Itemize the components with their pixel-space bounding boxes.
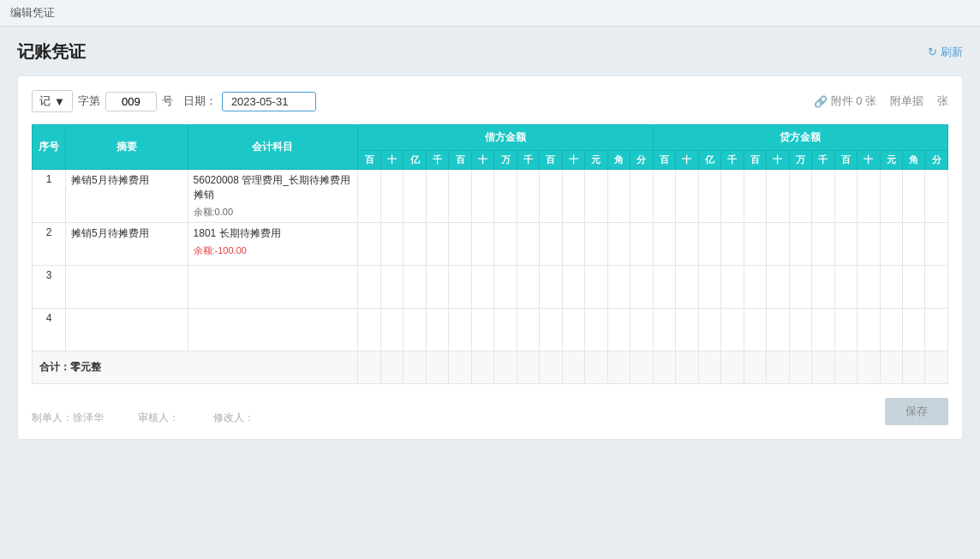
row-2-credit-0[interactable] bbox=[653, 266, 675, 309]
row-0-debit-8[interactable] bbox=[540, 170, 562, 223]
row-1-debit-9[interactable] bbox=[562, 223, 584, 266]
row-1-debit-6[interactable] bbox=[494, 223, 517, 266]
row-3-debit-9[interactable] bbox=[562, 309, 584, 352]
row-2-debit-4[interactable] bbox=[449, 266, 471, 309]
row-3-debit-8[interactable] bbox=[540, 309, 562, 352]
row-0-debit-9[interactable] bbox=[562, 170, 584, 223]
row-1-credit-11[interactable] bbox=[903, 223, 925, 266]
row-3-debit-10[interactable] bbox=[585, 309, 607, 352]
row-3-debit-0[interactable] bbox=[358, 309, 380, 352]
row-1-debit-2[interactable] bbox=[403, 223, 426, 266]
row-3-credit-6[interactable] bbox=[789, 309, 811, 352]
row-1-credit-7[interactable] bbox=[812, 223, 834, 266]
ji-select[interactable]: 记 ▼ bbox=[32, 90, 73, 112]
row-1-debit-5[interactable] bbox=[471, 223, 493, 266]
row-0-debit-0[interactable] bbox=[358, 170, 380, 223]
row-2-credit-8[interactable] bbox=[834, 266, 857, 309]
row-3-debit-4[interactable] bbox=[449, 309, 471, 352]
row-1-debit-3[interactable] bbox=[426, 223, 448, 266]
row-1-credit-4[interactable] bbox=[744, 223, 766, 266]
row-1-credit-10[interactable] bbox=[880, 223, 902, 266]
row-1-account[interactable]: 1801 长期待摊费用余额:-100.00 bbox=[188, 223, 358, 266]
row-0-credit-9[interactable] bbox=[858, 170, 880, 223]
row-0-summary[interactable]: 摊销5月待摊费用 bbox=[66, 170, 188, 223]
row-3-debit-2[interactable] bbox=[403, 309, 426, 352]
row-1-debit-4[interactable] bbox=[449, 223, 471, 266]
row-0-account[interactable]: 56020008 管理费用_长期待摊费用摊销余额:0.00 bbox=[188, 170, 358, 223]
row-0-credit-7[interactable] bbox=[812, 170, 834, 223]
row-2-debit-2[interactable] bbox=[403, 266, 426, 309]
refresh-button[interactable]: ↻ 刷新 bbox=[928, 45, 963, 60]
row-2-credit-6[interactable] bbox=[789, 266, 811, 309]
row-2-credit-3[interactable] bbox=[721, 266, 744, 309]
row-3-debit-7[interactable] bbox=[517, 309, 539, 352]
row-1-credit-0[interactable] bbox=[653, 223, 675, 266]
row-1-debit-10[interactable] bbox=[585, 223, 607, 266]
row-3-credit-12[interactable] bbox=[925, 309, 948, 352]
row-3-credit-8[interactable] bbox=[834, 309, 857, 352]
row-1-credit-9[interactable] bbox=[858, 223, 880, 266]
row-0-credit-2[interactable] bbox=[698, 170, 720, 223]
attach-single-link[interactable]: 附单据 bbox=[890, 93, 923, 109]
row-0-credit-6[interactable] bbox=[789, 170, 811, 223]
row-0-debit-1[interactable] bbox=[380, 170, 403, 223]
row-2-debit-0[interactable] bbox=[358, 266, 380, 309]
row-3-credit-11[interactable] bbox=[903, 309, 925, 352]
row-3-debit-5[interactable] bbox=[471, 309, 493, 352]
row-0-credit-5[interactable] bbox=[767, 170, 789, 223]
row-1-credit-3[interactable] bbox=[721, 223, 744, 266]
row-2-debit-6[interactable] bbox=[494, 266, 517, 309]
row-1-credit-5[interactable] bbox=[767, 223, 789, 266]
row-3-credit-9[interactable] bbox=[858, 309, 880, 352]
row-3-credit-10[interactable] bbox=[880, 309, 902, 352]
row-1-credit-12[interactable] bbox=[925, 223, 948, 266]
row-1-summary[interactable]: 摊销5月待摊费用 bbox=[66, 223, 188, 266]
row-1-debit-12[interactable] bbox=[630, 223, 653, 266]
row-3-summary[interactable] bbox=[66, 309, 188, 352]
row-2-account[interactable] bbox=[188, 266, 358, 309]
row-1-debit-7[interactable] bbox=[517, 223, 539, 266]
row-2-debit-5[interactable] bbox=[471, 266, 493, 309]
row-3-debit-11[interactable] bbox=[607, 309, 630, 352]
row-2-credit-2[interactable] bbox=[698, 266, 720, 309]
row-3-credit-0[interactable] bbox=[653, 309, 675, 352]
voucher-number-input[interactable] bbox=[105, 92, 157, 111]
date-input[interactable] bbox=[222, 92, 316, 111]
row-1-debit-1[interactable] bbox=[380, 223, 403, 266]
row-0-debit-7[interactable] bbox=[517, 170, 539, 223]
save-button[interactable]: 保存 bbox=[885, 398, 948, 425]
row-3-account[interactable] bbox=[188, 309, 358, 352]
row-3-credit-4[interactable] bbox=[744, 309, 766, 352]
row-0-credit-11[interactable] bbox=[903, 170, 925, 223]
row-0-credit-1[interactable] bbox=[676, 170, 698, 223]
row-3-debit-3[interactable] bbox=[426, 309, 448, 352]
row-2-credit-12[interactable] bbox=[925, 266, 948, 309]
row-2-debit-7[interactable] bbox=[517, 266, 539, 309]
row-0-credit-4[interactable] bbox=[744, 170, 766, 223]
row-2-debit-3[interactable] bbox=[426, 266, 448, 309]
row-2-credit-11[interactable] bbox=[903, 266, 925, 309]
row-3-debit-6[interactable] bbox=[494, 309, 517, 352]
row-3-credit-3[interactable] bbox=[721, 309, 744, 352]
row-2-credit-10[interactable] bbox=[880, 266, 902, 309]
row-3-credit-1[interactable] bbox=[676, 309, 698, 352]
row-3-credit-5[interactable] bbox=[767, 309, 789, 352]
row-2-credit-4[interactable] bbox=[744, 266, 766, 309]
row-3-debit-12[interactable] bbox=[630, 309, 653, 352]
row-2-debit-11[interactable] bbox=[607, 266, 630, 309]
row-0-debit-11[interactable] bbox=[607, 170, 630, 223]
row-0-credit-10[interactable] bbox=[880, 170, 902, 223]
row-2-debit-9[interactable] bbox=[562, 266, 584, 309]
row-3-credit-7[interactable] bbox=[812, 309, 834, 352]
row-1-credit-1[interactable] bbox=[676, 223, 698, 266]
row-1-debit-0[interactable] bbox=[358, 223, 380, 266]
row-0-credit-0[interactable] bbox=[653, 170, 675, 223]
row-0-debit-2[interactable] bbox=[403, 170, 426, 223]
row-2-credit-5[interactable] bbox=[767, 266, 789, 309]
row-2-credit-1[interactable] bbox=[676, 266, 698, 309]
row-0-credit-3[interactable] bbox=[721, 170, 744, 223]
row-1-credit-2[interactable] bbox=[698, 223, 720, 266]
row-2-debit-8[interactable] bbox=[540, 266, 562, 309]
row-3-credit-2[interactable] bbox=[698, 309, 720, 352]
row-2-credit-7[interactable] bbox=[812, 266, 834, 309]
